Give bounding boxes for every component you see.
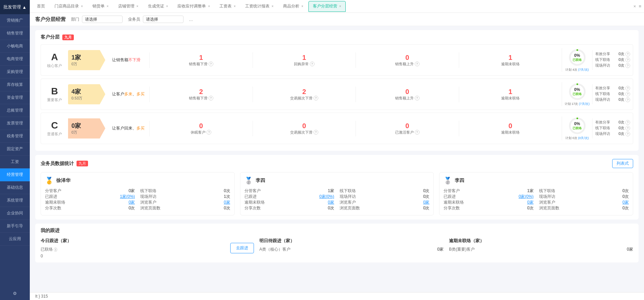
info-icon-right[interactable]: ?: [625, 52, 630, 56]
tab-close-action[interactable]: ×: [634, 4, 636, 9]
more-filters-icon[interactable]: ...: [189, 17, 193, 22]
tab-more-action[interactable]: ≡: [639, 4, 641, 9]
slogan-highlight: 不下滑: [128, 57, 141, 62]
tier-stats-A: 1 销售额下滑? 1 回购异常? 0 销售额上升? 1 逾期未联络: [149, 52, 562, 68]
tab-门店商品目录[interactable]: 门店商品目录×: [50, 1, 87, 12]
info-icon-right[interactable]: ?: [625, 57, 630, 62]
tab-应收应付调整单[interactable]: 应收应付调整单×: [173, 1, 214, 12]
info-icon[interactable]: ?: [415, 130, 420, 135]
agent-stat-val[interactable]: 0家: [622, 200, 629, 205]
sidebar-item-经营管理[interactable]: 经营管理: [0, 168, 30, 181]
circle-link[interactable]: (7天/次): [578, 68, 589, 71]
info-icon[interactable]: ?: [310, 62, 315, 66]
sidebar-item-新手引导[interactable]: 新手引导: [0, 220, 30, 233]
circle-sublabel: 计划 4次 (7天/次): [565, 68, 589, 72]
sidebar-settings[interactable]: ⚙: [0, 287, 30, 300]
tab-close-icon[interactable]: ×: [81, 4, 83, 8]
tier-stats-C: 0 休眠客户? 0 交易频次下滑? 0 已激活客户? 0 逾期未联络: [149, 121, 562, 136]
agent-stat-val[interactable]: 0家: [423, 200, 430, 205]
tab-close-icon[interactable]: ×: [301, 4, 303, 8]
sidebar-item-销售管理[interactable]: 销售管理: [0, 27, 30, 40]
agent-stat-val[interactable]: 0家(0%): [519, 194, 534, 200]
tab-工资表[interactable]: 工资表×: [215, 1, 240, 12]
agent-stat-row: 浏览客户 0家: [140, 200, 230, 205]
tab-close-icon[interactable]: ×: [166, 4, 168, 8]
sidebar-item-库存核算[interactable]: 库存核算: [0, 78, 30, 91]
info-icon-right[interactable]: ?: [625, 86, 630, 91]
circle-pct: 0%: [573, 87, 582, 92]
agent-stat-val[interactable]: 1家(0%): [120, 194, 135, 200]
info-icon-right[interactable]: ?: [625, 120, 630, 125]
agent-header-1: 🥈 李四: [244, 177, 430, 185]
sidebar-item-小畅电商[interactable]: 小畅电商: [0, 40, 30, 53]
sidebar-item-云应用[interactable]: 云应用: [0, 233, 30, 246]
agent-stat-label: 已跟进: [45, 194, 57, 200]
info-icon-right[interactable]: ?: [625, 97, 630, 102]
info-icon[interactable]: ?: [209, 62, 213, 66]
agent-stat-row: 逾期未联络 0家: [45, 200, 135, 205]
tab-close-icon[interactable]: ×: [136, 4, 138, 8]
agent-stat-row: 现场拜访 1次: [140, 194, 230, 200]
info-icon-right[interactable]: ?: [625, 63, 630, 68]
info-icon[interactable]: ?: [415, 62, 420, 66]
circle-label: 已联络: [573, 58, 582, 62]
agent-stat-row: 线下联络 0次: [539, 188, 629, 194]
tomorrow-row-a: A类（核心）客户 0家: [259, 247, 444, 252]
sidebar-item-基础信息[interactable]: 基础信息: [0, 181, 30, 194]
tier-count-value: 4家: [71, 88, 105, 96]
agent-stat-label: 线下联络: [140, 188, 156, 194]
stat-cell-交易频次下滑: 2 交易频次下滑?: [253, 87, 356, 102]
right-stats-A: 有效分享 0次 ? 线下联络 0次 ? 现场拜访 0次 ?: [592, 50, 633, 70]
tab-首页[interactable]: 首页: [33, 1, 49, 12]
sidebar-item-企业协同[interactable]: 企业协同: [0, 207, 30, 220]
tab-close-icon[interactable]: ×: [272, 4, 274, 8]
sidebar-item-工资[interactable]: 工资: [0, 156, 30, 168]
info-icon[interactable]: ?: [314, 130, 318, 135]
agent-stat-val[interactable]: 0家(0%): [319, 194, 334, 200]
sidebar-item-固定资产[interactable]: 固定资产: [0, 143, 30, 156]
tab-店铺管理[interactable]: 店铺管理×: [114, 1, 143, 12]
info-icon[interactable]: ?: [209, 96, 213, 100]
agent-right-col-0: 线下联络 0次 现场拜访 1次 浏览客户 0家 浏览页面数 0次: [140, 188, 230, 211]
agent-stat-val[interactable]: 0家: [527, 200, 534, 205]
sidebar-item-税务管理[interactable]: 税务管理: [0, 130, 30, 143]
info-icon[interactable]: ?: [314, 96, 318, 100]
info-icon[interactable]: ?: [415, 96, 420, 100]
info-icon[interactable]: ?: [207, 130, 211, 135]
right-stat-label: 有效分享: [595, 86, 610, 91]
agent-stat-val[interactable]: 0家: [224, 200, 230, 205]
sidebar-item-采购管理[interactable]: 采购管理: [0, 66, 30, 78]
agent-stat-val[interactable]: 0家: [328, 200, 334, 205]
agent-stat-val: 1家: [527, 188, 534, 194]
tab-工资统计报表[interactable]: 工资统计报表×: [241, 1, 278, 12]
agent-stat-val[interactable]: 0家: [129, 200, 135, 205]
agent-stat-label: 分管客户: [244, 188, 261, 194]
sidebar-header[interactable]: 批发管理 ▲: [0, 0, 30, 14]
sidebar-item-发票管理[interactable]: 发票管理: [0, 117, 30, 130]
agent-select[interactable]: 请选择: [143, 16, 184, 23]
right-stat-label: 现场拜访: [595, 131, 610, 136]
sidebar-item-营销推广[interactable]: 营销推广: [0, 14, 30, 27]
tab-销货单[interactable]: 销货单×: [88, 1, 113, 12]
circle-link[interactable]: (7天/次): [579, 102, 590, 106]
tab-生成凭证[interactable]: 生成凭证×: [144, 1, 173, 12]
goto-followup-button[interactable]: 去跟进: [230, 243, 254, 253]
list-view-button[interactable]: 列表式: [612, 159, 633, 168]
circle-pct: 0%: [573, 121, 582, 126]
info-icon-right[interactable]: ?: [625, 132, 630, 136]
tab-close-icon[interactable]: ×: [339, 4, 341, 8]
sidebar-item-总账管理[interactable]: 总账管理: [0, 104, 30, 117]
info-icon-right[interactable]: ?: [625, 92, 630, 96]
sidebar-item-电商管理[interactable]: 电商管理: [0, 53, 30, 66]
tab-close-icon[interactable]: ×: [208, 4, 210, 8]
tab-close-icon[interactable]: ×: [234, 4, 236, 8]
info-icon-right[interactable]: ?: [625, 126, 630, 131]
sidebar-item-资金管理[interactable]: 资金管理: [0, 91, 30, 104]
circle-link[interactable]: (0天/次): [578, 136, 589, 140]
tab-close-icon[interactable]: ×: [107, 4, 109, 8]
sidebar-item-系统管理[interactable]: 系统管理: [0, 194, 30, 207]
tab-客户分层经营[interactable]: 客户分层经营×: [308, 1, 346, 12]
tab-商品分析[interactable]: 商品分析×: [279, 1, 308, 12]
dept-select[interactable]: 请选择: [82, 16, 123, 23]
stat-num: 0: [256, 122, 353, 130]
